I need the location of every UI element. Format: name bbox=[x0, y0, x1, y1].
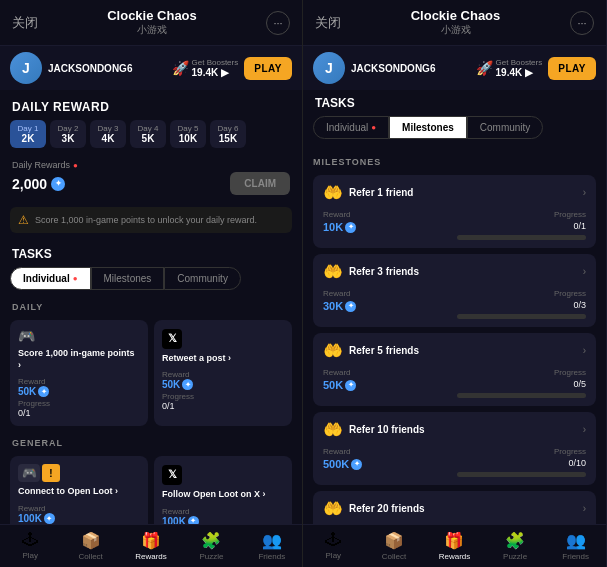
right-tab-milestones[interactable]: Milestones bbox=[389, 116, 467, 139]
x-task-icon: 𝕏 bbox=[162, 329, 182, 349]
right-app-subtitle: 小游戏 bbox=[341, 23, 570, 37]
left-nav-collect[interactable]: 📦 Collect bbox=[60, 525, 120, 567]
milestone-4-reward-col: Reward 500K ✦ bbox=[323, 447, 453, 477]
milestone-4-reward-label: Reward bbox=[323, 447, 453, 456]
day-6-value: 15K bbox=[216, 133, 240, 144]
left-content: DAILY REWARD Day 1 2K Day 2 3K Day 3 4K … bbox=[0, 90, 302, 524]
gamepad-icon-2: 🎮 bbox=[18, 464, 40, 482]
day-card-3: Day 3 4K bbox=[90, 120, 126, 148]
milestone-refer-10[interactable]: 🤲 Refer 10 friends › Reward 500K ✦ Progr… bbox=[313, 412, 596, 485]
tab-community[interactable]: Community bbox=[164, 267, 241, 290]
right-collect-nav-label: Collect bbox=[382, 552, 406, 561]
tab-milestones[interactable]: Milestones bbox=[91, 267, 165, 290]
day-1-value: 2K bbox=[16, 133, 40, 144]
day-2-value: 3K bbox=[56, 133, 80, 144]
individual-tab-dot: ● bbox=[73, 274, 78, 283]
right-tab-individual[interactable]: Individual ● bbox=[313, 116, 389, 139]
milestone-refer-20[interactable]: 🤲 Refer 20 friends › Reward --- Progress… bbox=[313, 491, 596, 524]
left-avatar: J bbox=[10, 52, 42, 84]
task-retweet[interactable]: 𝕏 Retweet a post › Reward 50K ✦ Progress… bbox=[154, 320, 292, 426]
right-tasks-title: TASKS bbox=[303, 90, 606, 116]
task-score-points[interactable]: 🎮 Score 1,000 in-game points › Reward 50… bbox=[10, 320, 148, 426]
milestone-1-title-row: 🤲 Refer 1 friend › bbox=[323, 183, 586, 202]
right-play-button[interactable]: PLAY bbox=[548, 57, 596, 80]
task-retweet-progress-value: 0/1 bbox=[162, 401, 284, 411]
milestone-2-arrow: › bbox=[583, 266, 586, 277]
puzzle-nav-icon: 🧩 bbox=[201, 531, 221, 550]
warning-icon: ! bbox=[42, 464, 60, 482]
task-score-reward-label: Reward bbox=[18, 377, 140, 386]
left-nav-play[interactable]: 🕹 Play bbox=[0, 525, 60, 567]
milestone-4-details: Reward 500K ✦ Progress 0/10 bbox=[323, 447, 586, 477]
milestone-3-progress-value: 0/5 bbox=[457, 379, 587, 389]
right-nav-rewards[interactable]: 🎁 Rewards bbox=[424, 525, 485, 567]
right-close-button[interactable]: 关闭 bbox=[315, 14, 341, 32]
milestone-refer-3[interactable]: 🤲 Refer 3 friends › Reward 30K ✦ Progres… bbox=[313, 254, 596, 327]
left-header: 关闭 Clockie Chaos 小游戏 ··· bbox=[0, 0, 302, 46]
right-puzzle-nav-icon: 🧩 bbox=[505, 531, 525, 550]
coin-icon: ✦ bbox=[51, 177, 65, 191]
milestone-2-details: Reward 30K ✦ Progress 0/3 bbox=[323, 289, 586, 319]
milestone-2-reward-col: Reward 30K ✦ bbox=[323, 289, 453, 319]
daily-task-grid: 🎮 Score 1,000 in-game points › Reward 50… bbox=[0, 316, 302, 434]
right-tab-community[interactable]: Community bbox=[467, 116, 544, 139]
milestone-4-progress-bar bbox=[457, 472, 587, 477]
milestone-4-progress-col: Progress 0/10 bbox=[457, 447, 587, 477]
claim-button[interactable]: CLAIM bbox=[230, 172, 290, 195]
left-more-button[interactable]: ··· bbox=[266, 11, 290, 35]
left-nav-friends[interactable]: 👥 Friends bbox=[242, 525, 302, 567]
left-play-button[interactable]: PLAY bbox=[244, 57, 292, 80]
left-boost-button[interactable]: 🚀 Get Boosters 19.4K ▶ bbox=[172, 58, 239, 78]
milestone-2-title: Refer 3 friends bbox=[349, 266, 577, 277]
right-boost-button[interactable]: 🚀 Get Boosters 19.4K ▶ bbox=[476, 58, 543, 78]
right-nav-play[interactable]: 🕹 Play bbox=[303, 525, 364, 567]
milestone-3-title: Refer 5 friends bbox=[349, 345, 577, 356]
milestone-2-reward-value: 30K ✦ bbox=[323, 300, 453, 312]
milestone-1-title: Refer 1 friend bbox=[349, 187, 577, 198]
milestone-2-title-row: 🤲 Refer 3 friends › bbox=[323, 262, 586, 281]
coin-icon-5: ✦ bbox=[188, 516, 199, 524]
right-boost-info: Get Boosters 19.4K ▶ bbox=[496, 58, 543, 78]
left-close-button[interactable]: 关闭 bbox=[12, 14, 38, 32]
tab-individual[interactable]: Individual ● bbox=[10, 267, 91, 290]
milestone-4-title: Refer 10 friends bbox=[349, 424, 577, 435]
task-follow-x[interactable]: 𝕏 Follow Open Loot on X › Reward 100K ✦ … bbox=[154, 456, 292, 524]
daily-days-row: Day 1 2K Day 2 3K Day 3 4K Day 4 5K Day … bbox=[0, 120, 302, 156]
left-nav-puzzle[interactable]: 🧩 Puzzle bbox=[181, 525, 241, 567]
x-icon-2: 𝕏 bbox=[162, 465, 182, 485]
right-nav-friends[interactable]: 👥 Friends bbox=[545, 525, 606, 567]
milestone-1-progress-label: Progress bbox=[457, 210, 587, 219]
coin-icon-4: ✦ bbox=[44, 513, 55, 524]
right-nav-collect[interactable]: 📦 Collect bbox=[364, 525, 425, 567]
right-nav-puzzle[interactable]: 🧩 Puzzle bbox=[485, 525, 546, 567]
left-nav-rewards[interactable]: 🎁 Rewards bbox=[121, 525, 181, 567]
milestone-refer-5[interactable]: 🤲 Refer 5 friends › Reward 50K ✦ Progres… bbox=[313, 333, 596, 406]
task-connect-loot[interactable]: 🎮 ! Connect to Open Loot › Reward 100K ✦… bbox=[10, 456, 148, 524]
milestone-4-coin: ✦ bbox=[351, 459, 362, 470]
friends-nav-icon: 👥 bbox=[262, 531, 282, 550]
puzzle-nav-label: Puzzle bbox=[199, 552, 223, 561]
milestone-1-progress-col: Progress 0/1 bbox=[457, 210, 587, 240]
left-tabs: Individual ● Milestones Community bbox=[0, 267, 302, 298]
milestone-2-progress-value: 0/3 bbox=[457, 300, 587, 310]
coin-icon-2: ✦ bbox=[38, 386, 49, 397]
day-4-value: 5K bbox=[136, 133, 160, 144]
milestones-section: MILESTONES 🤲 Refer 1 friend › Reward 10K… bbox=[303, 147, 606, 524]
milestone-3-icon: 🤲 bbox=[323, 341, 343, 360]
day-card-6: Day 6 15K bbox=[210, 120, 246, 148]
task-connect-title: Connect to Open Loot › bbox=[18, 486, 140, 498]
milestones-label: MILESTONES bbox=[313, 153, 596, 175]
right-content: TASKS Individual ● Milestones Community … bbox=[303, 90, 606, 524]
day-1-label: Day 1 bbox=[16, 124, 40, 133]
info-text: Score 1,000 in-game points to unlock you… bbox=[35, 215, 257, 225]
milestone-refer-1[interactable]: 🤲 Refer 1 friend › Reward 10K ✦ Progress bbox=[313, 175, 596, 248]
left-title-group: Clockie Chaos 小游戏 bbox=[38, 8, 266, 37]
daily-reward-amount: 2,000 ✦ bbox=[12, 176, 65, 192]
milestone-4-title-row: 🤲 Refer 10 friends › bbox=[323, 420, 586, 439]
right-boost-icon: 🚀 bbox=[476, 60, 493, 76]
right-app-title: Clockie Chaos bbox=[341, 8, 570, 23]
day-card-2: Day 2 3K bbox=[50, 120, 86, 148]
milestone-1-reward-label: Reward bbox=[323, 210, 453, 219]
right-more-button[interactable]: ··· bbox=[570, 11, 594, 35]
task-connect-reward-value: 100K ✦ bbox=[18, 513, 140, 524]
